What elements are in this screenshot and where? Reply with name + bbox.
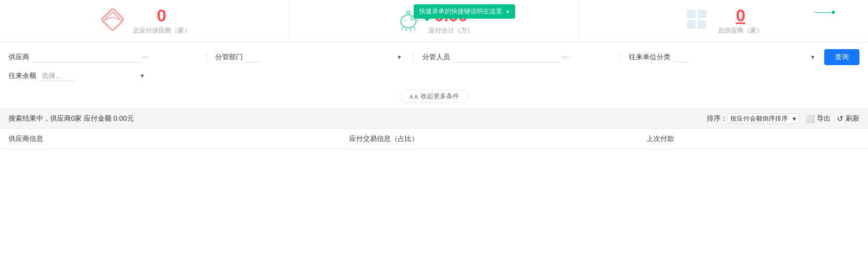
stat-payable-total: 0.00 应付合计（万） 快速录单的快捷键说明在这里 × (289, 0, 579, 42)
diamond-icon (99, 6, 127, 36)
filter-supplier: 供应商 ··· (9, 52, 198, 62)
refresh-icon: ↺ (837, 114, 843, 123)
stat-number-1: 0 (157, 7, 167, 24)
unit-category-arrow-icon: ▼ (810, 54, 816, 60)
filter-balance: 往来余额 选择... ▼ (9, 70, 147, 81)
balance-select[interactable]: 选择... (40, 70, 74, 81)
stat-total-payable-suppliers: 0 总应付供应商（家） (0, 0, 289, 42)
results-info: 搜索结果中，供应商0家 应付金额 0.00元 (9, 114, 134, 123)
balance-arrow-icon: ▼ (139, 73, 145, 79)
col-supplier-info: 供应商信息 (9, 134, 349, 144)
tooltip-text: 快速录单的快捷键说明在这里 (419, 7, 502, 16)
stats-bar: 0 总应付供应商（家） (0, 0, 868, 43)
filter-manager: 分管人员 ··· (422, 52, 611, 62)
divider-2 (413, 52, 414, 62)
filter-row-1: 供应商 ··· 分管部门 ▼ 分管人员 ··· 往来单位分类 (9, 49, 859, 65)
results-actions: 排序： 按应付会额倒序排序 ▼ ⬜ 导出 ↺ 刷新 (707, 113, 859, 124)
col-transaction-info: 应付交易信息（占比） (349, 134, 647, 144)
collapse-row: ∧∧ 收起更多条件 (9, 87, 859, 108)
department-label: 分管部门 (215, 52, 243, 62)
results-bar: 搜索结果中，供应商0家 应付金额 0.00元 排序： 按应付会额倒序排序 ▼ ⬜… (0, 109, 868, 129)
collapse-button[interactable]: ∧∧ 收起更多条件 (400, 90, 468, 103)
balance-label: 往来余额 (9, 71, 36, 81)
tooltip-close-button[interactable]: × (506, 8, 510, 15)
filter-unit-category: 往来单位分类 ▼ (629, 52, 818, 62)
stat-number-3: 0 (736, 7, 745, 24)
department-arrow-icon: ▼ (397, 54, 403, 60)
table-body (0, 150, 868, 275)
svg-line-13 (414, 26, 415, 30)
stat-label-1: 总应付供应商（家） (133, 26, 191, 35)
table-header: 供应商信息 应付交易信息（占比） 上次付款 (0, 129, 868, 150)
manager-input[interactable] (453, 52, 560, 62)
collapse-label: 收起更多条件 (421, 92, 459, 101)
manager-dots[interactable]: ··· (562, 52, 569, 62)
manager-label: 分管人员 (422, 52, 450, 62)
unit-category-label: 往来单位分类 (629, 52, 670, 62)
grid-icon (684, 6, 712, 36)
sort-select[interactable]: 按应付会额倒序排序 (728, 113, 799, 124)
svg-rect-17 (687, 20, 696, 29)
stat-total-suppliers: 0 总供应商（家） (579, 0, 868, 42)
divider-3 (620, 52, 620, 62)
collapse-up-icon: ∧∧ (409, 93, 419, 100)
tooltip-bubble: 快速录单的快捷键说明在这里 × (414, 4, 515, 19)
export-button[interactable]: ⬜ 导出 (806, 114, 831, 123)
filter-department: 分管部门 ▼ (215, 52, 404, 62)
stat-label-2: 应付合计（万） (429, 26, 474, 35)
filter-row-2: 往来余额 选择... ▼ (9, 70, 859, 81)
svg-rect-15 (687, 10, 696, 18)
divider-1 (206, 52, 207, 62)
filters-area: 供应商 ··· 分管部门 ▼ 分管人员 ··· 往来单位分类 (0, 43, 868, 109)
query-button[interactable]: 查询 (824, 49, 859, 65)
export-icon: ⬜ (806, 114, 815, 123)
svg-point-9 (404, 20, 406, 21)
export-label: 导出 (817, 114, 831, 123)
refresh-button[interactable]: ↺ 刷新 (837, 114, 859, 123)
department-select[interactable] (246, 52, 261, 62)
refresh-label: 刷新 (846, 114, 859, 123)
supplier-dots[interactable]: ··· (141, 52, 148, 62)
supplier-input[interactable] (33, 52, 139, 62)
sort-label: 排序： (707, 114, 728, 123)
sort-wrapper: 排序： 按应付会额倒序排序 ▼ (707, 113, 799, 124)
supplier-label: 供应商 (9, 52, 29, 62)
svg-rect-8 (406, 11, 411, 13)
stat-label-3: 总供应商（家） (718, 26, 763, 35)
col-last-payment: 上次付款 (646, 134, 859, 144)
svg-rect-16 (698, 10, 706, 18)
unit-category-select[interactable] (674, 52, 689, 62)
svg-rect-18 (698, 20, 706, 29)
svg-line-10 (402, 26, 403, 30)
